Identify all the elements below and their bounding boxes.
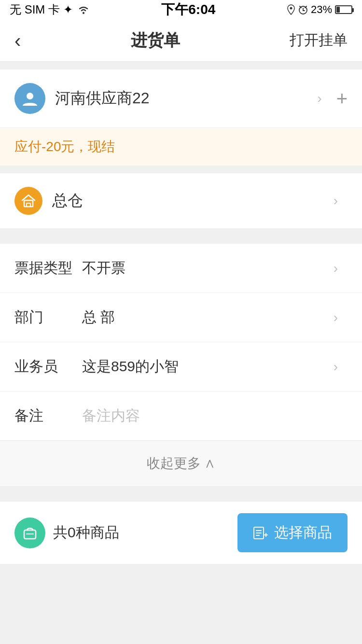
department-value: 总 部 xyxy=(82,308,334,327)
status-bar: 无 SIM 卡 ✦ 下午6:04 23% xyxy=(0,0,362,19)
supplier-notice: 应付-20元，现结 xyxy=(0,128,362,166)
remark-label: 备注 xyxy=(14,406,82,426)
divider-3 xyxy=(0,486,362,494)
invoice-chevron-icon: › xyxy=(334,261,338,276)
divider-1 xyxy=(0,166,362,173)
svg-point-1 xyxy=(290,7,292,10)
background-filler xyxy=(0,564,362,644)
warehouse-name: 总仓 xyxy=(52,190,334,211)
page-title: 进货单 xyxy=(131,29,180,52)
product-count-text: 共0种商品 xyxy=(53,523,119,543)
remark-input[interactable]: 备注内容 xyxy=(82,406,348,426)
svg-point-0 xyxy=(83,12,84,14)
supplier-section: 河南供应商22 › + 应付-20元，现结 xyxy=(0,70,362,166)
product-count-area: 共0种商品 xyxy=(14,518,119,548)
open-pending-button[interactable]: 打开挂单 xyxy=(290,30,348,50)
product-bag-icon xyxy=(14,518,45,548)
back-button[interactable]: ‹ xyxy=(14,31,21,50)
select-product-button[interactable]: 选择商品 xyxy=(237,513,348,552)
salesperson-row[interactable]: 业务员 这是859的小智 › xyxy=(0,342,362,392)
department-label: 部门 xyxy=(14,308,82,327)
warehouse-section[interactable]: 总仓 › xyxy=(0,173,362,228)
status-right: 23% xyxy=(287,3,352,16)
top-divider xyxy=(0,62,362,70)
status-left: 无 SIM 卡 ✦ xyxy=(10,2,90,17)
battery-icon xyxy=(335,5,352,14)
divider-2 xyxy=(0,228,362,236)
location-icon xyxy=(287,4,295,15)
sim-signal-text: 无 SIM 卡 ✦ xyxy=(10,2,73,17)
wifi-icon xyxy=(77,5,90,14)
bottom-bar: 共0种商品 选择商品 xyxy=(0,502,362,564)
department-row[interactable]: 部门 总 部 › xyxy=(0,293,362,342)
add-button[interactable]: + xyxy=(336,88,348,110)
supplier-name: 河南供应商22 xyxy=(55,88,317,109)
warehouse-icon xyxy=(14,187,42,215)
status-time: 下午6:04 xyxy=(161,0,215,19)
supplier-row[interactable]: 河南供应商22 › + xyxy=(0,70,362,128)
salesperson-chevron-icon: › xyxy=(334,359,338,375)
house-icon xyxy=(20,193,37,209)
alarm-icon xyxy=(298,4,308,15)
select-product-label: 选择商品 xyxy=(274,523,332,543)
warehouse-row[interactable]: 总仓 › xyxy=(0,173,362,228)
select-product-icon xyxy=(253,526,268,540)
invoice-row[interactable]: 票据类型 不开票 › xyxy=(0,244,362,293)
invoice-label: 票据类型 xyxy=(14,258,82,278)
invoice-value: 不开票 xyxy=(82,258,334,278)
bag-icon xyxy=(21,524,39,542)
salesperson-label: 业务员 xyxy=(14,357,82,377)
warehouse-chevron-icon: › xyxy=(334,193,338,209)
person-icon xyxy=(21,89,39,108)
department-chevron-icon: › xyxy=(334,310,338,325)
remark-row[interactable]: 备注 备注内容 xyxy=(0,392,362,440)
battery-percent: 23% xyxy=(311,3,332,16)
collapse-button[interactable]: 收起更多 ∧ xyxy=(0,440,362,486)
form-section: 票据类型 不开票 › 部门 总 部 › 业务员 这是859的小智 › 备注 备注… xyxy=(0,244,362,440)
nav-bar: ‹ 进货单 打开挂单 xyxy=(0,19,362,62)
svg-point-3 xyxy=(27,93,33,99)
salesperson-value: 这是859的小智 xyxy=(82,357,334,377)
supplier-avatar xyxy=(14,83,45,114)
supplier-chevron-icon: › xyxy=(317,91,321,106)
